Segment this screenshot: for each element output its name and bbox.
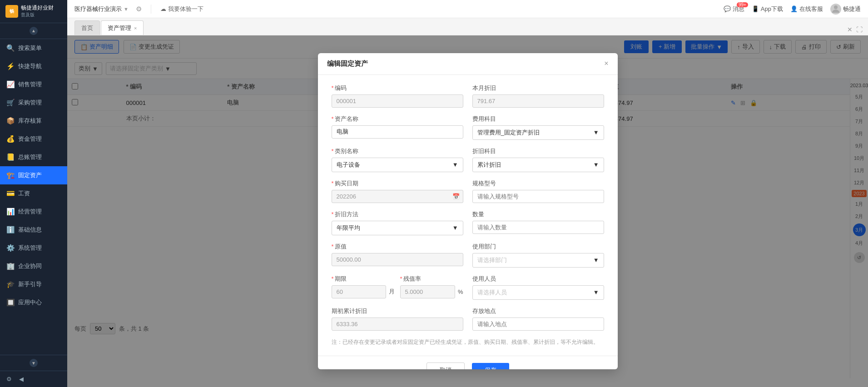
form-row-6: * 原值 使用部门 请选择部门 ▼ bbox=[332, 243, 604, 268]
customer-service-label: 在线客服 bbox=[799, 5, 823, 13]
sidebar-item-funds[interactable]: 💰 资金管理 bbox=[0, 130, 67, 148]
message-btn[interactable]: 💬 消息 99+ bbox=[724, 5, 744, 13]
form-col-department: 使用部门 请选择部门 ▼ bbox=[472, 243, 604, 268]
topbar-gear-icon[interactable]: ⚙ bbox=[136, 5, 142, 13]
sidebar-item-fixed-assets[interactable]: 🏗️ 固定资产 bbox=[0, 166, 67, 184]
depreciation-method-select[interactable]: 年限平均 ▼ bbox=[332, 221, 463, 235]
person-placeholder: 请选择人员 bbox=[477, 288, 507, 297]
close-window-icon[interactable]: ✕ bbox=[847, 26, 853, 33]
experience-btn[interactable]: ☁ 我要体验一下 bbox=[160, 5, 203, 13]
this-month-depreciation-input[interactable] bbox=[472, 94, 604, 108]
period-input[interactable] bbox=[332, 285, 386, 298]
form-col-depreciation-method: * 折旧方法 年限平均 ▼ bbox=[332, 210, 463, 235]
purchase-date-input[interactable] bbox=[332, 190, 463, 203]
depreciation-method-arrow: ▼ bbox=[452, 224, 458, 231]
depreciation-subject-arrow: ▼ bbox=[593, 161, 599, 168]
sidebar-item-search[interactable]: 🔍 搜索菜单 bbox=[0, 39, 67, 57]
sidebar-item-inventory[interactable]: 📦 库存核算 bbox=[0, 112, 67, 130]
sidebar-item-quicknav[interactable]: ⚡ 快捷导航 bbox=[0, 57, 67, 75]
tab-home[interactable]: 首页 bbox=[74, 20, 100, 35]
modal-close-btn[interactable]: × bbox=[604, 60, 608, 68]
purchase-date-wrapper: 📅 bbox=[332, 190, 463, 203]
company-dropdown-icon: ▼ bbox=[124, 6, 129, 12]
spec-model-input[interactable] bbox=[472, 190, 604, 203]
sidebar-item-basic-info-label: 基础信息 bbox=[18, 226, 42, 234]
sidebar-item-newbie[interactable]: 🎓 新手引导 bbox=[0, 275, 67, 293]
form-col-asset-name: * 资产名称 bbox=[332, 115, 463, 140]
form-col-category: * 类别名称 电子设备 ▼ bbox=[332, 147, 463, 172]
original-value-input[interactable] bbox=[332, 253, 463, 266]
residual-group: * 残值率 % bbox=[400, 275, 463, 298]
depreciation-subject-value: 累计折旧 bbox=[477, 161, 501, 169]
tab-asset-management-label: 资产管理 bbox=[108, 24, 131, 32]
quantity-input[interactable] bbox=[472, 221, 604, 234]
tab-asset-management[interactable]: 资产管理 × bbox=[101, 20, 144, 35]
depreciation-method-value: 年限平均 bbox=[337, 224, 360, 232]
expense-subject-value: 管理费用_固定资产折旧 bbox=[477, 129, 540, 137]
sidebar-item-basic-info[interactable]: ℹ️ 基础信息 bbox=[0, 221, 67, 239]
depreciation-subject-select[interactable]: 累计折旧 ▼ bbox=[472, 158, 604, 172]
calendar-icon[interactable]: 📅 bbox=[452, 193, 460, 200]
residual-label: * 残值率 bbox=[400, 275, 463, 283]
cancel-button[interactable]: 取消 bbox=[427, 362, 465, 369]
cloud-icon: ☁ bbox=[160, 5, 166, 12]
sidebar-item-salary[interactable]: 💳 工资 bbox=[0, 184, 67, 203]
company-selector[interactable]: 医疗器械行业演示 ▼ bbox=[74, 5, 129, 13]
scroll-up-btn[interactable]: ▲ bbox=[30, 27, 38, 35]
category-arrow: ▼ bbox=[452, 161, 458, 168]
asset-name-input[interactable] bbox=[332, 125, 463, 139]
save-button[interactable]: 保存 bbox=[472, 363, 509, 369]
modal-overlay: 编辑固定资产 × * 编码 bbox=[67, 35, 868, 387]
tab-close-icon[interactable]: × bbox=[134, 25, 137, 31]
username-label: 畅捷通 bbox=[843, 5, 861, 13]
sidebar-item-ledger[interactable]: 📒 总账管理 bbox=[0, 148, 67, 166]
user-menu[interactable]: 畅捷通 bbox=[830, 4, 861, 15]
expense-subject-label: 费用科目 bbox=[472, 115, 604, 123]
customer-service-btn[interactable]: 👤 在线客服 bbox=[790, 5, 823, 13]
department-arrow: ▼ bbox=[593, 257, 599, 263]
fixed-assets-icon: 🏗️ bbox=[6, 171, 15, 179]
period-input-group: 月 bbox=[332, 285, 395, 298]
sidebar-item-ledger-label: 总账管理 bbox=[18, 153, 42, 161]
search-icon: 🔍 bbox=[6, 44, 15, 52]
location-input[interactable] bbox=[472, 318, 604, 331]
period-group: * 期限 月 bbox=[332, 275, 395, 298]
asset-name-label: * 资产名称 bbox=[332, 115, 463, 123]
experience-label: 我要体验一下 bbox=[168, 5, 203, 13]
sidebar-item-fixed-assets-label: 固定资产 bbox=[18, 171, 42, 179]
expand-window-icon[interactable]: ⛶ bbox=[856, 26, 863, 33]
residual-unit-label: % bbox=[458, 288, 463, 295]
operations-icon: 📊 bbox=[6, 208, 15, 216]
sidebar-item-operations-label: 经营管理 bbox=[18, 208, 42, 216]
category-select[interactable]: 电子设备 ▼ bbox=[332, 158, 463, 172]
residual-input[interactable] bbox=[400, 285, 455, 298]
form-col-quantity: 数量 bbox=[472, 210, 604, 235]
collapse-btn[interactable]: ◀ bbox=[19, 376, 24, 382]
sidebar-item-system[interactable]: ⚙️ 系统管理 bbox=[0, 239, 67, 257]
sidebar-item-purchase[interactable]: 🛒 采购管理 bbox=[0, 94, 67, 112]
expense-subject-select[interactable]: 管理费用_固定资产折旧 ▼ bbox=[472, 125, 604, 140]
sidebar-item-app-center[interactable]: 🔲 应用中心 bbox=[0, 293, 67, 312]
salary-icon: 💳 bbox=[6, 189, 15, 198]
location-label: 存放地点 bbox=[472, 307, 604, 315]
original-value-label: * 原值 bbox=[332, 243, 463, 251]
topbar-divider bbox=[151, 5, 151, 14]
form-col-depreciation-subject: 折旧科目 累计折旧 ▼ bbox=[472, 147, 604, 172]
period-unit-label: 月 bbox=[389, 288, 395, 296]
sidebar-item-enterprise[interactable]: 🏢 企业协同 bbox=[0, 257, 67, 275]
form-col-person: 使用人员 请选择人员 ▼ bbox=[472, 275, 604, 300]
sidebar-item-purchase-label: 采购管理 bbox=[18, 99, 42, 107]
initial-depreciation-input[interactable] bbox=[332, 318, 463, 331]
code-input[interactable] bbox=[332, 94, 463, 108]
department-select[interactable]: 请选择部门 ▼ bbox=[472, 253, 604, 268]
app-download-btn[interactable]: 📱 App下载 bbox=[752, 5, 783, 13]
sidebar-item-operations[interactable]: 📊 经营管理 bbox=[0, 203, 67, 221]
settings-icon[interactable]: ⚙ bbox=[6, 376, 12, 382]
department-label: 使用部门 bbox=[472, 243, 604, 251]
scroll-down-btn[interactable]: ▼ bbox=[30, 359, 38, 367]
initial-depreciation-label: 期初累计折旧 bbox=[332, 307, 463, 315]
person-select[interactable]: 请选择人员 ▼ bbox=[472, 285, 604, 300]
svg-point-0 bbox=[834, 5, 838, 9]
logo-text: 畅捷通好业财 bbox=[21, 5, 54, 12]
sidebar-item-sales[interactable]: 📈 销售管理 bbox=[0, 75, 67, 94]
